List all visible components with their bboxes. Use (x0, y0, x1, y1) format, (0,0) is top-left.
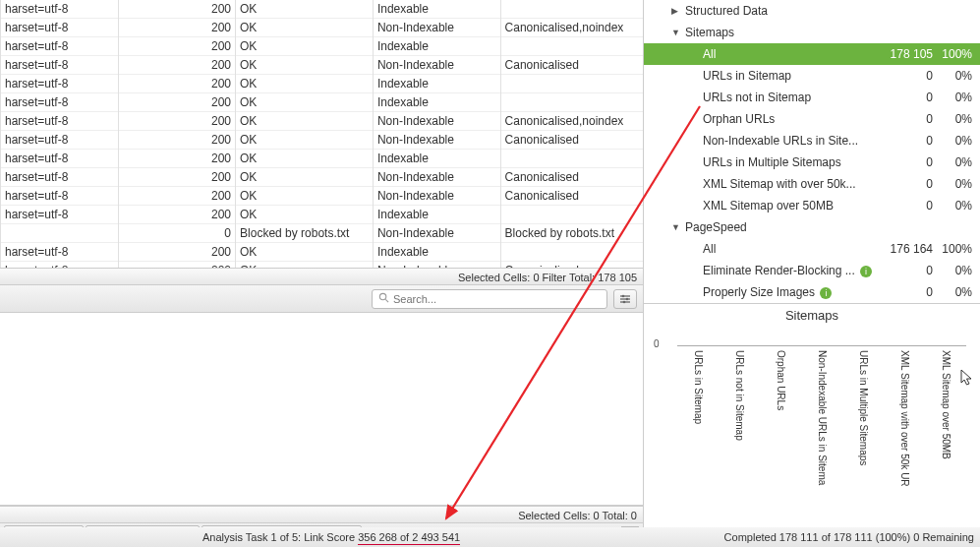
tree-item[interactable]: URLs in Multiple Sitemaps00% (644, 152, 980, 173)
x-axis-label: XML Sitemap with over 50k UR (899, 346, 910, 487)
tree-item-count: 0 (878, 69, 939, 83)
tree-item[interactable]: All178 105100% (644, 43, 980, 65)
tree-item-count: 0 (878, 285, 939, 299)
table-row[interactable]: harset=utf-8200OKNon-IndexableCanonicali… (1, 187, 644, 206)
tree-item[interactable]: Eliminate Render-Blocking ... i00% (644, 260, 980, 281)
info-icon: i (820, 287, 832, 299)
tree-item-count: 176 164 (878, 242, 939, 256)
tree-item[interactable]: Properly Size Images i00% (644, 281, 980, 303)
sitemaps-chart: 0 URLs in SitemapURLs not in SitemapOrph… (644, 327, 980, 533)
tree-item-label: URLs in Sitemap (701, 69, 878, 83)
tree-item-label: URLs in Multiple Sitemaps (701, 155, 878, 169)
tree-item-label: Sitemaps (683, 26, 878, 39)
info-icon: i (860, 266, 872, 277)
tree-item[interactable]: Non-Indexable URLs in Site...00% (644, 130, 980, 152)
chart-title: Sitemaps (644, 304, 980, 327)
table-row[interactable]: harset=utf-8200OKIndexable (1, 0, 644, 19)
details-area (0, 313, 643, 506)
analysis-task-status: Analysis Task 1 of 5: Link Score 356 268… (202, 531, 460, 543)
tree-item-count: 0 (878, 177, 939, 191)
table-row[interactable]: harset=utf-8200OKIndexable (1, 37, 644, 56)
tree-item-percent: 0% (939, 177, 980, 191)
expand-icon: ▼ (671, 28, 683, 37)
tree-item-percent: 100% (939, 242, 980, 256)
table-row[interactable]: harset=utf-8200OKNon-IndexableCanonicali… (1, 262, 644, 269)
tree-item-label: PageSpeed (683, 220, 878, 234)
tree-item-label: Non-Indexable URLs in Site... (701, 134, 878, 148)
tree-item-percent: 0% (939, 155, 980, 169)
table-row[interactable]: harset=utf-8200OKNon-IndexableCanonicali… (1, 56, 644, 75)
svg-point-5 (622, 294, 625, 297)
svg-line-1 (385, 299, 388, 302)
tree-item-count: 0 (878, 134, 939, 148)
tree-item-percent: 0% (939, 69, 980, 83)
search-row (0, 285, 643, 313)
tree-item[interactable]: URLs not in Sitemap00% (644, 87, 980, 108)
tree-item[interactable]: XML Sitemap over 50MB00% (644, 195, 980, 216)
tree-item[interactable]: URLs in Sitemap00% (644, 65, 980, 87)
table-row[interactable]: harset=utf-8200OKNon-IndexableCanonicali… (1, 112, 644, 131)
tree-item[interactable]: All176 164100% (644, 238, 980, 260)
tree-item-percent: 100% (939, 47, 980, 61)
details-status-bar: Selected Cells: 0 Total: 0 (0, 506, 643, 523)
table-row[interactable]: 0Blocked by robots.txtNon-IndexableBlock… (1, 224, 644, 243)
x-axis-label: URLs in Multiple Sitemaps (858, 346, 869, 487)
x-axis-label: XML Sitemap over 50MB (941, 346, 951, 487)
tree-item-label: Eliminate Render-Blocking ... i (701, 264, 878, 277)
overview-tree[interactable]: ▶Structured Data▼SitemapsAll178 105100%U… (644, 0, 980, 303)
tree-item[interactable]: XML Sitemap with over 50k...00% (644, 173, 980, 195)
left-panel: harset=utf-8200OKIndexableharset=utf-820… (0, 0, 644, 547)
table-row[interactable]: harset=utf-8200OKIndexable (1, 93, 644, 112)
tree-item-count: 0 (878, 155, 939, 169)
crawl-completed-status: Completed 178 111 of 178 111 (100%) 0 Re… (724, 531, 974, 543)
tree-item-label: All (701, 47, 878, 61)
tree-item-count: 0 (878, 264, 939, 277)
x-axis-label: URLs in Sitemap (693, 346, 704, 487)
filter-button[interactable] (613, 289, 637, 309)
tree-item-percent: 0% (939, 112, 980, 126)
tree-item-percent: 0% (939, 199, 980, 213)
tree-item[interactable]: ▶Structured Data (644, 0, 980, 22)
tree-item-count: 0 (878, 112, 939, 126)
tree-item-label: Orphan URLs (701, 112, 878, 126)
table-row[interactable]: harset=utf-8200OKIndexable (1, 206, 644, 224)
svg-point-6 (626, 297, 629, 300)
table-row[interactable]: harset=utf-8200OKIndexable (1, 243, 644, 262)
svg-point-7 (623, 300, 626, 303)
tree-item-label: All (701, 242, 878, 256)
tree-item-count: 178 105 (878, 47, 939, 61)
search-box[interactable] (372, 289, 607, 309)
tree-item-label: URLs not in Sitemap (701, 91, 878, 104)
search-input[interactable] (393, 293, 601, 305)
search-icon (378, 292, 389, 306)
tree-item[interactable]: Orphan URLs00% (644, 108, 980, 130)
x-axis-label: Non-Indexable URLs in Sitema (817, 346, 828, 487)
main-table[interactable]: harset=utf-8200OKIndexableharset=utf-820… (0, 0, 643, 268)
table-row[interactable]: harset=utf-8200OKNon-IndexableCanonicali… (1, 131, 644, 150)
tree-item-label: XML Sitemap with over 50k... (701, 177, 878, 191)
tree-item-label: Properly Size Images i (701, 285, 878, 299)
svg-point-0 (379, 293, 385, 299)
right-panel: ▶Structured Data▼SitemapsAll178 105100%U… (644, 0, 980, 547)
filter-status-bar: Selected Cells: 0 Filter Total: 178 105 (0, 268, 643, 285)
tree-item-label: XML Sitemap over 50MB (701, 199, 878, 213)
tree-item-label: Structured Data (683, 4, 878, 18)
table-row[interactable]: harset=utf-8200OKNon-IndexableCanonicali… (1, 19, 644, 37)
y-tick-label: 0 (654, 338, 660, 349)
expand-icon: ▼ (671, 222, 683, 232)
tree-item-count: 0 (878, 91, 939, 104)
tree-item-percent: 0% (939, 134, 980, 148)
x-axis-label: Orphan URLs (776, 346, 786, 487)
tree-item-percent: 0% (939, 91, 980, 104)
tree-item[interactable]: ▼PageSpeed (644, 216, 980, 238)
tree-item[interactable]: ▼Sitemaps (644, 22, 980, 43)
tree-item-percent: 0% (939, 264, 980, 277)
tree-item-count: 0 (878, 199, 939, 213)
table-row[interactable]: harset=utf-8200OKNon-IndexableCanonicali… (1, 168, 644, 187)
x-axis-label: URLs not in Sitemap (734, 346, 745, 487)
table-row[interactable]: harset=utf-8200OKIndexable (1, 75, 644, 93)
bottom-status-bar: Analysis Task 1 of 5: Link Score 356 268… (0, 527, 980, 547)
expand-icon: ▶ (671, 6, 683, 16)
tree-item-percent: 0% (939, 285, 980, 299)
table-row[interactable]: harset=utf-8200OKIndexable (1, 150, 644, 168)
